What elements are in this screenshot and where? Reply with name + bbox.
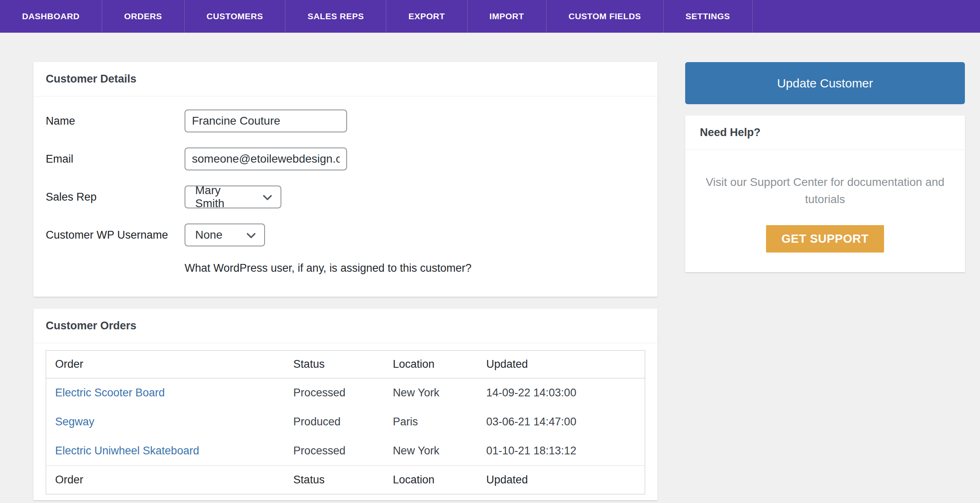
need-help-body: Visit our Support Center for documentati… <box>685 150 965 272</box>
order-link[interactable]: Electric Uniwheel Skateboard <box>55 445 199 457</box>
need-help-title: Need Help? <box>685 116 965 150</box>
orders-footer-col-location: Location <box>384 466 477 494</box>
get-support-button[interactable]: GET SUPPORT <box>766 225 884 253</box>
order-link[interactable]: Segway <box>55 416 94 428</box>
sales-rep-row: Sales Rep Mary Smith <box>46 186 645 208</box>
name-row: Name <box>46 110 645 132</box>
email-label: Email <box>46 153 185 165</box>
sales-rep-label: Sales Rep <box>46 191 185 203</box>
side-column: Update Customer Need Help? Visit our Sup… <box>685 62 965 272</box>
nav-item-customers[interactable]: CUSTOMERS <box>185 0 285 33</box>
main-column: Customer Details Name Email Sales Rep Ma… <box>33 62 657 500</box>
orders-col-order: Order <box>46 351 285 378</box>
order-row: Segway Produced Paris 03-06-21 14:47:00 <box>46 407 645 436</box>
page-content: Customer Details Name Email Sales Rep Ma… <box>0 33 980 503</box>
sales-rep-selected-value: Mary Smith <box>195 184 253 210</box>
nav-item-import[interactable]: IMPORT <box>468 0 547 33</box>
orders-header-row: Order Status Location Updated <box>46 351 645 378</box>
need-help-card: Need Help? Visit our Support Center for … <box>685 116 965 272</box>
name-label: Name <box>46 115 185 127</box>
order-updated: 14-09-22 14:03:00 <box>477 378 645 408</box>
order-updated: 03-06-21 14:47:00 <box>477 407 645 436</box>
order-location: Paris <box>384 407 477 436</box>
customer-orders-table-wrap: Order Status Location Updated Electric S… <box>33 343 657 500</box>
wp-username-select[interactable]: None <box>185 224 265 246</box>
order-link[interactable]: Electric Scooter Board <box>55 387 165 399</box>
nav-item-sales-reps[interactable]: SALES REPS <box>285 0 386 33</box>
nav-item-export[interactable]: EXPORT <box>386 0 467 33</box>
wp-username-row: Customer WP Username None <box>46 224 645 246</box>
chevron-down-icon <box>263 190 272 203</box>
orders-col-status: Status <box>284 351 384 378</box>
chevron-down-icon <box>246 228 256 241</box>
order-row: Electric Uniwheel Skateboard Processed N… <box>46 436 645 466</box>
orders-col-location: Location <box>384 351 477 378</box>
top-nav: DASHBOARD ORDERS CUSTOMERS SALES REPS EX… <box>0 0 980 33</box>
customer-details-card: Customer Details Name Email Sales Rep Ma… <box>33 62 657 297</box>
update-customer-button[interactable]: Update Customer <box>685 62 965 104</box>
nav-item-dashboard[interactable]: DASHBOARD <box>0 0 102 33</box>
orders-footer-col-status: Status <box>284 466 384 494</box>
orders-col-updated: Updated <box>477 351 645 378</box>
order-location: New York <box>384 378 477 408</box>
name-input[interactable] <box>185 110 347 132</box>
orders-table: Order Status Location Updated Electric S… <box>46 350 645 494</box>
wp-username-help-text: What WordPress user, if any, is assigned… <box>185 262 645 275</box>
order-status: Produced <box>284 407 384 436</box>
orders-footer-row: Order Status Location Updated <box>46 466 645 494</box>
order-row: Electric Scooter Board Processed New Yor… <box>46 378 645 408</box>
email-row: Email <box>46 148 645 170</box>
orders-footer-col-order: Order <box>46 466 285 494</box>
order-status: Processed <box>284 436 384 466</box>
sales-rep-select[interactable]: Mary Smith <box>185 186 281 208</box>
customer-orders-card: Customer Orders Order Status Location Up… <box>33 309 657 500</box>
email-input[interactable] <box>185 148 347 170</box>
order-updated: 01-10-21 18:13:12 <box>477 436 645 466</box>
order-location: New York <box>384 436 477 466</box>
wp-username-selected-value: None <box>195 228 223 241</box>
customer-details-title: Customer Details <box>33 62 657 96</box>
customer-orders-title: Customer Orders <box>33 309 657 343</box>
order-status: Processed <box>284 378 384 408</box>
orders-footer-col-updated: Updated <box>477 466 645 494</box>
customer-details-form: Name Email Sales Rep Mary Smith <box>33 96 657 297</box>
nav-item-orders[interactable]: ORDERS <box>102 0 185 33</box>
wp-username-label: Customer WP Username <box>46 229 185 241</box>
nav-item-settings[interactable]: SETTINGS <box>664 0 753 33</box>
nav-item-custom-fields[interactable]: CUSTOM FIELDS <box>546 0 664 33</box>
need-help-text: Visit our Support Center for documentati… <box>702 174 949 208</box>
